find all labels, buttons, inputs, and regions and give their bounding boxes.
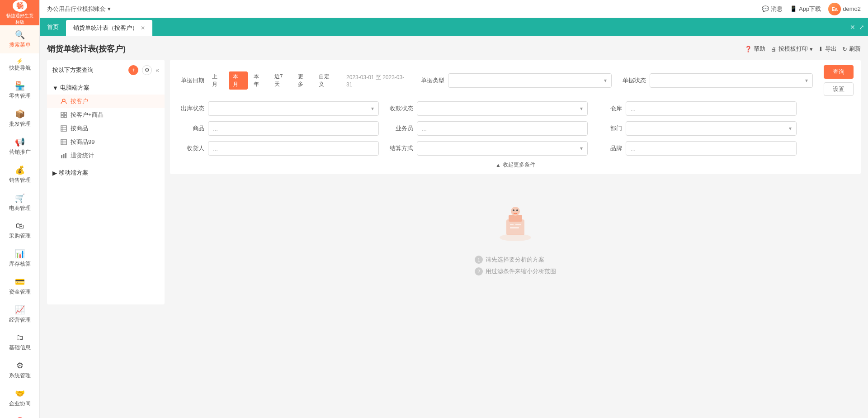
marketing-icon: 📢 xyxy=(15,137,25,147)
svg-rect-13 xyxy=(61,155,62,158)
sidebar-item-marketing[interactable]: 📢 营销推广 xyxy=(0,133,39,161)
logo-subtitle: 标版 xyxy=(15,19,24,25)
consignee-input[interactable]: ... xyxy=(208,141,379,156)
ship-status-select[interactable]: ▾ xyxy=(208,101,379,116)
brand-input[interactable]: ... xyxy=(626,141,797,156)
hint-item-1: 1 请先选择要分析的方案 xyxy=(475,254,556,266)
doc-type-field: 单据类型 ▾ xyxy=(417,73,611,88)
sidebar-search[interactable]: 🔍 搜索菜单 xyxy=(0,25,39,53)
print-label: 按模板打印 xyxy=(778,45,808,53)
table-scheme-icon-1 xyxy=(60,124,68,133)
warehouse-input[interactable]: ... xyxy=(626,101,797,116)
doc-status-select[interactable]: ▾ xyxy=(650,73,813,88)
sidebar-item-retail[interactable]: 🏪 零售管理 xyxy=(0,76,39,104)
sales-stat-tab-label: 销货单统计表（按客户） xyxy=(73,24,138,32)
ops-icon: 📈 xyxy=(15,305,25,315)
svg-point-20 xyxy=(513,209,514,211)
account-dropdown[interactable]: 办公用品行业模拟账套 ▾ xyxy=(47,5,111,13)
scheme-item-return-stat[interactable]: 退货统计 xyxy=(47,149,165,162)
sidebar-item-ops[interactable]: 📈 经营管理 xyxy=(0,300,39,328)
scheme-item-by-customer[interactable]: 按客户 xyxy=(47,95,165,108)
scheme-group-mobile-title[interactable]: ▶ 移动端方案 xyxy=(47,166,165,180)
warehouse-label: 仓库 xyxy=(595,104,622,113)
ops-label: 经营管理 xyxy=(9,316,31,324)
scheme-group-desktop-title[interactable]: ▼ 电脑端方案 xyxy=(47,81,165,95)
system-label: 系统管理 xyxy=(9,372,31,380)
scheme-group-desktop: ▼ 电脑端方案 按客户 xyxy=(47,79,165,164)
sidebar-item-quicknav[interactable]: ⚡ 快捷导航 xyxy=(0,53,39,76)
scheme-add-btn[interactable]: + xyxy=(128,65,138,75)
date-label: 单据日期 xyxy=(177,76,204,85)
user-profile[interactable]: Ea demo2 xyxy=(828,3,861,15)
doc-type-select[interactable]: ▾ xyxy=(448,73,611,88)
maximize-icon[interactable]: ⤢ xyxy=(859,24,864,31)
sidebar-item-purchase[interactable]: 🛍 采购管理 xyxy=(0,217,39,244)
close-window-icon[interactable]: ✕ xyxy=(850,24,855,31)
export-btn[interactable]: ⬇ 导出 xyxy=(818,45,837,53)
sidebar-item-ecommerce[interactable]: 🛒 电商管理 xyxy=(0,189,39,217)
filter-row-4: 收货人 ... 结算方式 ▾ xyxy=(177,141,854,156)
scheme-item-by-customer-goods[interactable]: 按客户+商品 xyxy=(47,108,165,122)
tab-sales-stat[interactable]: 销货单统计表（按客户） ✕ xyxy=(66,20,152,36)
settings-btn[interactable]: 设置 xyxy=(824,82,854,96)
sidebar-item-basic[interactable]: 🗂 基础信息 xyxy=(0,328,39,356)
mobile-group-label: 移动端方案 xyxy=(59,169,88,177)
svg-rect-4 xyxy=(64,115,66,118)
sidebar-item-finance[interactable]: 💳 资金管理 xyxy=(0,272,39,300)
sidebar-item-sales[interactable]: 💰 销售管理 xyxy=(0,161,39,189)
scheme-item-by-goods[interactable]: 按商品 xyxy=(47,122,165,135)
goods-field: 商品 ... xyxy=(177,121,379,136)
message-btn[interactable]: 💬 消息 xyxy=(762,5,783,13)
scheme-header: 按以下方案查询 + ⚙ « xyxy=(47,65,165,79)
tab-bar: 首页 销货单统计表（按客户） ✕ ✕ ⤢ xyxy=(40,18,868,36)
quicknav-icon: ⚡ xyxy=(16,58,23,64)
dept-arrow: ▾ xyxy=(789,125,792,132)
finance-label: 资金管理 xyxy=(9,288,31,296)
scheme-settings-btn[interactable]: ⚙ xyxy=(142,65,152,75)
scheme-item-by-goods-99[interactable]: 按商品99 xyxy=(47,135,165,149)
warehouse-field: 仓库 ... xyxy=(595,101,797,116)
goods-input[interactable]: ... xyxy=(208,121,379,136)
scheme-title: 按以下方案查询 xyxy=(52,66,125,74)
tab-close-btn[interactable]: ✕ xyxy=(141,25,145,31)
app-download-btn[interactable]: 📱 App下载 xyxy=(790,5,821,13)
salesperson-placeholder: ... xyxy=(422,125,427,132)
account-name: 办公用品行业模拟账套 xyxy=(47,5,106,13)
empty-state: 1 请先选择要分析的方案 2 用过滤条件来缩小分析范围 xyxy=(170,174,861,304)
svg-rect-23 xyxy=(515,224,521,225)
filter-row-1: 单据日期 上月 本月 本年 近7天 更多 自定义 20 xyxy=(177,65,854,96)
enterprise-label: 企业协同 xyxy=(9,400,31,408)
collapse-btn[interactable]: ▲ 收起更多条件 xyxy=(495,161,535,169)
receipt-status-select[interactable]: ▾ xyxy=(417,101,588,116)
dropdown-arrow: ▾ xyxy=(108,5,111,12)
group-title-label: 电脑端方案 xyxy=(60,84,90,92)
dept-select[interactable]: ▾ xyxy=(626,121,797,136)
salesperson-input[interactable]: ... xyxy=(417,121,588,136)
tab-home[interactable]: 首页 xyxy=(40,18,66,36)
sidebar-item-wholesale[interactable]: 📦 批发管理 xyxy=(0,104,39,133)
sidebar-item-system[interactable]: ⚙ 系统管理 xyxy=(0,356,39,384)
payment-select[interactable]: ▾ xyxy=(417,141,588,156)
sidebar-item-newbie[interactable]: 🎯 新手引导 xyxy=(0,412,39,418)
home-tab-label: 首页 xyxy=(47,23,59,31)
shortcut-7days[interactable]: 近7天 xyxy=(270,71,292,90)
finance-icon: 💳 xyxy=(15,277,25,287)
scheme-collapse-btn[interactable]: « xyxy=(156,66,159,74)
refresh-btn[interactable]: ↻ 刷新 xyxy=(842,45,861,53)
mobile-group-arrow: ▶ xyxy=(52,170,57,176)
dept-label: 部门 xyxy=(595,124,622,133)
print-btn[interactable]: 🖨 按模板打印 ▾ xyxy=(771,45,813,53)
content-inner: 按以下方案查询 + ⚙ « ▼ xyxy=(47,60,861,304)
shortcut-last-month[interactable]: 上月 xyxy=(208,71,227,90)
purchase-label: 采购管理 xyxy=(9,232,31,240)
sidebar-item-inventory[interactable]: 📊 库存核算 xyxy=(0,244,39,272)
collapse-row: ▲ 收起更多条件 xyxy=(177,161,854,169)
shortcut-more[interactable]: 更多 xyxy=(294,71,313,90)
shortcut-custom[interactable]: 自定义 xyxy=(315,71,339,90)
shortcut-this-month[interactable]: 本月 xyxy=(229,71,248,90)
quicknav-label: 快捷导航 xyxy=(9,64,31,72)
help-btn[interactable]: ❓ 帮助 xyxy=(745,45,765,53)
query-btn[interactable]: 查询 xyxy=(824,65,854,79)
sidebar-item-enterprise[interactable]: 🤝 企业协同 xyxy=(0,384,39,412)
shortcut-this-year[interactable]: 本年 xyxy=(250,71,269,90)
